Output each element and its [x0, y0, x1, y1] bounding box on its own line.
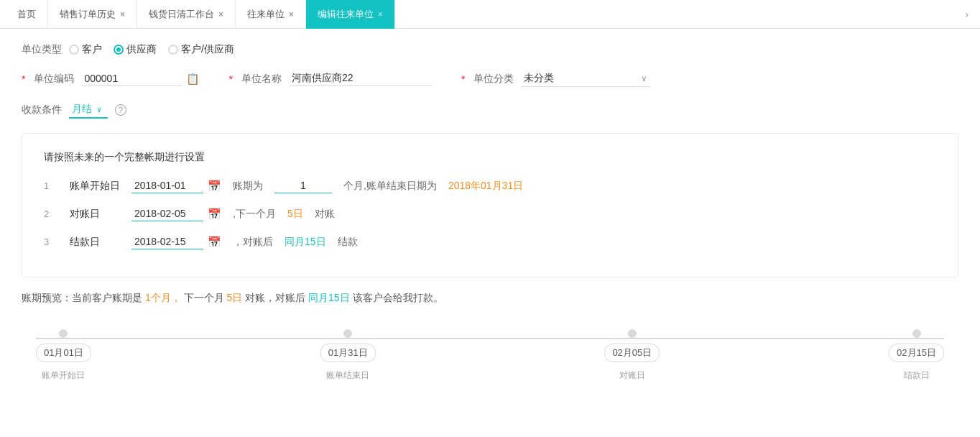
payment-condition-label: 收款条件	[22, 104, 62, 116]
timeline-label-2: 对账日	[619, 369, 645, 382]
tab-cash-work[interactable]: 钱货日清工作台 ×	[137, 0, 236, 29]
radio-customer-label: 客户	[82, 43, 102, 56]
row-label-1: 账单开始日	[70, 180, 120, 193]
radio-circle-both	[168, 45, 178, 55]
unit-type-radio-group: 客户 供应商 客户/供应商	[69, 43, 234, 56]
timeline-label-1: 账单结束日	[326, 369, 369, 382]
timeline-badge-0: 01月01日	[36, 344, 91, 362]
timeline-dot-3	[912, 329, 921, 338]
suffix-after-1: 个月,账单结束日期为	[343, 180, 437, 193]
period-settings-box: 请按照未来的一个完整帐期进行设置 1 账单开始日 📅 账期为 个月,账单结束日期…	[22, 133, 958, 277]
date-wrapper-2: 📅	[131, 206, 221, 221]
timeline-item-3: 02月15日 结款日	[889, 329, 944, 382]
day-highlight-2: 5日	[287, 208, 303, 221]
required-star-category: *	[461, 73, 465, 85]
calendar-icon-2[interactable]: 📅	[208, 208, 221, 221]
timeline-wrapper: 01月01日 账单开始日 01月31日 账单结束日 02月05日 对账日 02月…	[22, 322, 958, 382]
calendar-icon-3[interactable]: 📅	[208, 236, 221, 249]
tab-edit-partner-label: 编辑往来单位	[318, 8, 374, 21]
unit-info-row: * 单位编码 📋 * 单位名称 * 单位分类 未分类 ∨	[22, 70, 958, 87]
timeline-item-0: 01月01日 账单开始日	[36, 329, 91, 382]
tab-sales-history-label: 销售订单历史	[60, 8, 116, 21]
timeline-badge-2: 02月05日	[604, 344, 660, 362]
preview-suffix: 该客户会给我打款。	[353, 292, 443, 303]
tab-home[interactable]: 首页	[6, 0, 48, 29]
timeline-label-3: 结款日	[904, 369, 930, 382]
row-num-3: 3	[44, 236, 58, 247]
unit-type-row: 单位类型 客户 供应商 客户/供应商	[22, 43, 958, 56]
unit-code-label: 单位编码	[34, 73, 74, 86]
timeline-dot-0	[59, 329, 68, 338]
radio-supplier-label: 供应商	[126, 43, 157, 56]
row-num-2: 2	[44, 208, 58, 219]
row-num-1: 1	[44, 180, 58, 191]
unit-name-label: 单位名称	[241, 73, 282, 86]
chevron-down-icon: ∨	[641, 73, 647, 83]
suffix-row3: ，对账后	[233, 236, 273, 249]
preview-highlight3: 同月15日	[308, 292, 350, 303]
help-icon[interactable]: ?	[115, 104, 126, 116]
date-input-2[interactable]	[131, 206, 203, 221]
tab-partner[interactable]: 往来单位 ×	[236, 0, 306, 29]
timeline-items: 01月01日 账单开始日 01月31日 账单结束日 02月05日 对账日 02月…	[36, 329, 944, 382]
unit-category-select[interactable]: 未分类 ∨	[521, 70, 650, 87]
timeline-dot-1	[343, 329, 352, 338]
tab-more-button[interactable]: ›	[959, 9, 974, 20]
unit-code-wrapper: 📋	[81, 71, 200, 86]
suffix-end-2: 对账	[315, 208, 335, 221]
tab-edit-partner[interactable]: 编辑往来单位 ×	[306, 0, 395, 29]
timeline-badge-1: 01月31日	[320, 344, 376, 362]
tab-partner-label: 往来单位	[247, 8, 285, 21]
payment-condition-value: 月结	[72, 103, 92, 116]
day-highlight-3: 同月15日	[285, 236, 326, 249]
unit-category-label: 单位分类	[473, 73, 514, 86]
suffix-row2: ,下一个月	[233, 208, 276, 221]
payment-condition-row: 收款条件 月结 ∨ ?	[22, 101, 958, 119]
radio-dot-supplier	[116, 47, 121, 52]
required-star-code: *	[22, 73, 25, 85]
tab-sales-history[interactable]: 销售订单历史 ×	[48, 0, 137, 29]
date-input-3[interactable]	[131, 234, 203, 249]
tab-cash-work-label: 钱货日清工作台	[149, 8, 214, 21]
period-row-3: 3 结款日 📅 ，对账后 同月15日 结款	[44, 234, 936, 249]
close-tab-cash-work[interactable]: ×	[218, 9, 223, 19]
month-input-1[interactable]	[274, 178, 332, 193]
calendar-icon-1[interactable]: 📅	[208, 180, 221, 193]
unit-name-input[interactable]	[289, 71, 433, 86]
suffix-end-3: 结款	[338, 236, 358, 249]
close-tab-partner[interactable]: ×	[289, 9, 294, 19]
timeline-item-1: 01月31日 账单结束日	[320, 329, 376, 382]
preview-prefix: 账期预览：当前客户账期是	[22, 292, 142, 303]
preview-highlight2: 5日	[226, 292, 242, 303]
unit-code-input[interactable]	[81, 71, 182, 86]
row-label-3: 结款日	[70, 236, 120, 249]
unit-type-label: 单位类型	[22, 43, 62, 56]
period-row-2: 2 对账日 📅 ,下一个月 5日 对账	[44, 206, 936, 221]
date-wrapper-1: 📅	[131, 178, 221, 193]
payment-condition-select[interactable]: 月结 ∨	[69, 101, 108, 119]
date-wrapper-3: 📅	[131, 234, 221, 249]
radio-circle-customer	[69, 45, 79, 55]
date-input-1[interactable]	[131, 178, 203, 193]
timeline-badge-3: 02月15日	[889, 344, 944, 362]
timeline-label-0: 账单开始日	[42, 369, 85, 382]
radio-customer[interactable]: 客户	[69, 43, 102, 56]
radio-both-label: 客户/供应商	[181, 43, 234, 56]
close-tab-sales-history[interactable]: ×	[120, 9, 125, 19]
preview-middle: 下一个月	[184, 292, 224, 303]
main-content: 单位类型 客户 供应商 客户/供应商 * 单位编码 📋 *	[0, 29, 980, 437]
radio-circle-supplier	[114, 45, 124, 55]
payment-chevron-icon: ∨	[96, 105, 102, 114]
close-tab-edit-partner[interactable]: ×	[378, 9, 383, 19]
tab-home-label: 首页	[17, 8, 36, 21]
radio-supplier[interactable]: 供应商	[114, 43, 157, 56]
period-end-date-highlight: 2018年01月31日	[448, 180, 523, 193]
preview-after-check: 对账，对账后	[245, 292, 305, 303]
timeline-dot-2	[628, 329, 637, 338]
unit-category-value: 未分类	[524, 72, 641, 85]
timeline-item-2: 02月05日 对账日	[604, 329, 660, 382]
unit-code-calendar-icon[interactable]: 📋	[186, 73, 200, 86]
tabs-bar: 首页 销售订单历史 × 钱货日清工作台 × 往来单位 × 编辑往来单位 × ›	[0, 0, 980, 29]
radio-both[interactable]: 客户/供应商	[168, 43, 234, 56]
period-title: 请按照未来的一个完整帐期进行设置	[44, 151, 936, 164]
